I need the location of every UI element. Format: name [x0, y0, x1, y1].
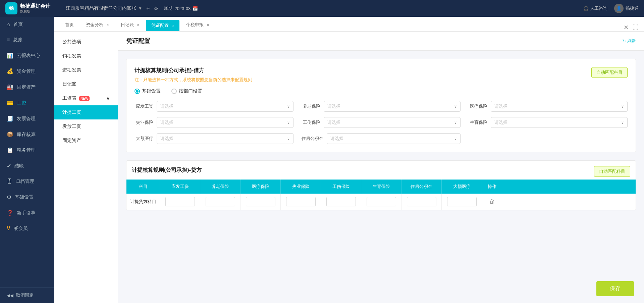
- credit-section-title: 计提核算规则(公司承担)-贷方: [132, 167, 202, 174]
- tab-close-journal[interactable]: ×: [137, 23, 139, 27]
- consult-button[interactable]: 🎧 人工咨询: [583, 5, 607, 11]
- sidebar-item-invoice[interactable]: 🧾 发票管理: [0, 111, 54, 127]
- td-zhufang-input[interactable]: [401, 194, 442, 210]
- nav-pay-salary[interactable]: 发放工资: [54, 119, 118, 134]
- select-yanglao[interactable]: 请选择 ∨: [324, 101, 461, 112]
- sidebar-item-home[interactable]: ⌂ 首页: [0, 17, 54, 32]
- settings-icon[interactable]: ⚙: [154, 5, 158, 12]
- nav-accrue-salary[interactable]: 计提工资: [54, 105, 118, 119]
- avatar: 👤: [614, 4, 624, 13]
- refresh-button[interactable]: ↻ 刷新: [622, 38, 636, 44]
- select-shiye[interactable]: 请选择 ∨: [157, 117, 293, 128]
- tab-journal[interactable]: 日记账 ×: [115, 19, 145, 31]
- page-content: 公共选项 销项发票 进项发票 日记账 工资表 NEW ∨: [54, 32, 644, 303]
- nav-sales-invoice[interactable]: 销项发票: [54, 49, 118, 63]
- tab-close-funds[interactable]: ×: [107, 23, 109, 27]
- sidebar-item-reports[interactable]: 📊 云报表中心: [0, 48, 54, 63]
- td-shiye-input[interactable]: [281, 194, 321, 210]
- th-shengyu: 生育保险: [361, 180, 401, 194]
- select-yingfa-gongzi[interactable]: 请选择 ∨: [157, 101, 293, 112]
- nav-purchase-invoice[interactable]: 进项发票: [54, 63, 118, 77]
- input-shengyu[interactable]: [367, 197, 396, 206]
- guide-icon: ❓: [7, 210, 13, 216]
- sidebar-item-ledger[interactable]: ≡ 总账: [0, 32, 54, 48]
- radio-dept-setting[interactable]: 按部门设置: [171, 88, 202, 94]
- input-daejia[interactable]: [447, 197, 477, 206]
- sidebar-item-funds[interactable]: 💰 资金管理: [0, 63, 54, 79]
- sidebar-item-guide[interactable]: ❓ 新手引导: [0, 205, 54, 221]
- delete-icon[interactable]: 🗑: [489, 199, 495, 205]
- home-icon: ⌂: [7, 21, 10, 28]
- th-yiliao: 医疗保险: [240, 180, 281, 194]
- tab-voucher-config[interactable]: 凭证配置 ×: [146, 20, 179, 31]
- sidebar-item-settle[interactable]: ✔ 结账: [0, 158, 54, 174]
- th-subject: 科目: [126, 180, 160, 194]
- tab-home[interactable]: 首页: [60, 19, 79, 31]
- credit-auto-match-button[interactable]: 自动匹配科目: [594, 166, 630, 177]
- sidebar-item-inventory[interactable]: 📦 库存核算: [0, 127, 54, 142]
- label-yiliao: 医疗保险: [469, 103, 487, 109]
- calendar-icon[interactable]: 📅: [193, 6, 198, 11]
- td-yiliao-input[interactable]: [240, 194, 281, 210]
- field-gongshang-baoxian: 工伤保险 请选择 ∨: [302, 117, 461, 128]
- sidebar-item-assets[interactable]: 🏭 固定资产: [0, 79, 54, 95]
- panel-header: 凭证配置 ↻ 刷新: [118, 32, 644, 51]
- credit-table-header: 科目 应发工资 养老保险 医疗保险: [126, 180, 636, 194]
- select-arrow-icon-5: ∨: [454, 120, 457, 125]
- table-row: 计提贷方科目 🗑: [126, 194, 636, 210]
- td-gongshang-input[interactable]: [321, 194, 361, 210]
- radio-group: 基础设置 按部门设置: [135, 88, 628, 94]
- td-shengyu-input[interactable]: [361, 194, 401, 210]
- company-dropdown-icon[interactable]: ▼: [138, 6, 142, 11]
- nav-salary-table[interactable]: 工资表 NEW ∨: [54, 91, 118, 105]
- select-zhufang[interactable]: 请选择 ∨: [327, 133, 461, 144]
- close-all-icon[interactable]: ✕: [624, 24, 629, 31]
- nav-journal[interactable]: 日记账: [54, 77, 118, 91]
- save-button[interactable]: 保存: [596, 281, 634, 296]
- debit-auto-match-button[interactable]: 自动匹配科目: [591, 67, 628, 78]
- radio-basic-setting[interactable]: 基础设置: [135, 88, 161, 94]
- select-gongshang[interactable]: 请选择 ∨: [324, 117, 461, 128]
- tab-funds-analysis[interactable]: 资金分析 ×: [80, 19, 114, 31]
- ledger-icon: ≡: [7, 37, 10, 43]
- td-daejia-input[interactable]: [442, 194, 482, 210]
- input-zhufang[interactable]: [407, 197, 436, 206]
- select-arrow-icon-8: ∨: [454, 137, 457, 141]
- company-name[interactable]: 江西服宝精品有限责任公司内账张 ▼: [66, 5, 142, 11]
- sidebar-item-salary[interactable]: 💳 工资: [0, 95, 54, 111]
- input-yanglao[interactable]: [206, 197, 235, 206]
- tab-close-tax[interactable]: ×: [207, 23, 209, 27]
- period-selector[interactable]: 账期 2023-03 📅: [164, 5, 198, 11]
- user-menu[interactable]: 👤 畅捷通: [614, 4, 639, 13]
- input-yiliao[interactable]: [246, 197, 275, 206]
- input-gongshang[interactable]: [326, 197, 356, 206]
- reports-icon: 📊: [7, 52, 13, 59]
- td-yingfa-input[interactable]: [160, 194, 200, 210]
- td-yanglao-input[interactable]: [200, 194, 240, 210]
- select-yiliao[interactable]: 请选择 ∨: [491, 101, 628, 112]
- sidebar-item-tax[interactable]: 📋 税务管理: [0, 142, 54, 158]
- settings-sidebar-icon: ⚙: [7, 194, 11, 200]
- tab-tax[interactable]: 个税申报 ×: [181, 19, 214, 31]
- radio-dot-basic: [135, 89, 140, 94]
- sidebar-item-member[interactable]: V 畅会员: [0, 221, 54, 236]
- label-yingfa-gongzi: 应发工资: [135, 103, 153, 109]
- td-action[interactable]: 🗑: [482, 195, 502, 208]
- input-shiye[interactable]: [286, 197, 316, 206]
- select-shengyu[interactable]: 请选择 ∨: [491, 117, 628, 128]
- select-arrow-icon-7: ∨: [287, 137, 290, 141]
- nav-public[interactable]: 公共选项: [54, 35, 118, 49]
- expand-icon[interactable]: ⛶: [633, 24, 639, 31]
- input-yingfa[interactable]: [165, 197, 195, 206]
- assets-icon: 🏭: [7, 84, 13, 90]
- add-book-button[interactable]: +: [146, 5, 150, 12]
- nav-fixed-assets[interactable]: 固定资产: [54, 134, 118, 148]
- td-subject-label: 计提贷方科目: [126, 195, 160, 208]
- select-daejia[interactable]: 请选择 ∨: [157, 133, 293, 144]
- unpin-button[interactable]: ◀◀ 取消固定: [0, 287, 54, 303]
- sidebar-item-settings[interactable]: ⚙ 基础设置: [0, 189, 54, 205]
- select-arrow-icon-4: ∨: [287, 120, 290, 125]
- sidebar-item-archive[interactable]: 🗄 归档管理: [0, 174, 54, 189]
- tab-close-voucher[interactable]: ×: [172, 23, 174, 28]
- logo-area: 畅 畅捷通好会计 旗舰版: [5, 2, 59, 14]
